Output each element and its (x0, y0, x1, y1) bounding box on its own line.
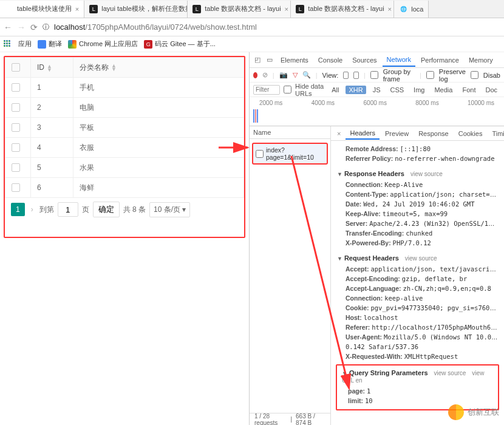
browser-tab[interactable]: 🌐loca (394, 1, 429, 18)
filter-img[interactable]: Img (410, 86, 427, 94)
close-tab-icon[interactable]: × (388, 5, 392, 13)
record-icon[interactable] (253, 72, 257, 78)
page-next-icon[interactable]: › (29, 205, 36, 214)
filter-all[interactable]: All (329, 86, 342, 94)
cell-name: 电脑 (73, 98, 244, 118)
bookmark-item[interactable]: 翻译 (38, 39, 62, 49)
disable-cache-checkbox[interactable] (471, 71, 478, 79)
request-checkbox[interactable] (256, 150, 264, 158)
apps-label[interactable]: 应用 (18, 39, 32, 49)
view-small-icon[interactable] (353, 72, 359, 79)
favicon-icon (5, 5, 13, 13)
row-checkbox[interactable] (12, 83, 20, 92)
network-timeline[interactable]: 2000 ms 4000 ms 6000 ms 8000 ms 10000 ms (250, 97, 504, 126)
tab-timing[interactable]: Timing (488, 128, 504, 139)
sort-icon[interactable]: ▲▼ (111, 64, 117, 71)
preserve-checkbox[interactable] (426, 71, 434, 79)
header-row: X-Powered-By: PHP/7.0.12 (337, 238, 498, 248)
translate-icon (38, 40, 46, 49)
view-label: View: (322, 72, 339, 79)
browser-tab[interactable]: table模块快速使用× (0, 1, 84, 18)
reload-icon[interactable]: ⟳ (30, 22, 38, 32)
row-checkbox[interactable] (12, 183, 20, 192)
camera-icon[interactable]: 📷 (279, 71, 288, 79)
close-tab-icon[interactable]: × (285, 5, 288, 13)
row-checkbox[interactable] (12, 123, 20, 132)
favicon-icon: L (89, 5, 98, 13)
tab-network[interactable]: Network (383, 53, 415, 67)
tab-response[interactable]: Response (414, 128, 453, 139)
view-large-icon[interactable] (343, 72, 349, 79)
header-row: Accept-Language: zh-CN,zh;q=0.9,en;q=0.8 (337, 284, 498, 293)
site-info-icon[interactable]: ⓘ (43, 22, 49, 32)
header-row: Accept: application/json, text/javascrip… (337, 264, 498, 274)
table-row[interactable]: 5水果 (5, 158, 244, 178)
apps-icon[interactable] (4, 40, 12, 49)
close-details-icon[interactable]: × (333, 130, 344, 137)
hide-data-checkbox[interactable] (284, 86, 291, 93)
table-row[interactable]: 1手机 (5, 78, 244, 98)
sort-icon[interactable]: ▲▼ (47, 64, 52, 72)
cell-name: 水果 (73, 158, 244, 178)
table-row[interactable]: 3平板 (5, 118, 244, 138)
row-checkbox[interactable] (12, 143, 20, 152)
bookmark-item[interactable]: Chrome 网上应用店 (68, 39, 138, 49)
tab-elements[interactable]: Elements (276, 54, 313, 66)
header-row: Cookie: pgv_pvi=9477335040; pgv_si=s7606… (337, 303, 498, 313)
tab-cookies[interactable]: Cookies (454, 128, 487, 139)
address-bar: ← → ⟳ ⓘ localhost/1705phpAMouth6/layui/0… (0, 18, 504, 36)
url-text[interactable]: localhost/1705phpAMouth6/layui/0724/web/… (54, 22, 500, 32)
cell-id: 5 (31, 158, 73, 178)
cell-name: 平板 (73, 118, 244, 138)
tab-headers[interactable]: Headers (346, 127, 380, 140)
hide-label: Hide data URLs (295, 83, 325, 97)
tab-performance[interactable]: Performance (417, 54, 463, 66)
filter-js[interactable]: JS (370, 86, 384, 94)
close-tab-icon[interactable]: × (75, 5, 79, 13)
checkbox-all[interactable] (12, 63, 20, 72)
devtools-tabs: ◰ ▭ Elements Console Sources Network Per… (250, 52, 504, 68)
response-headers-section[interactable]: ▼Response Headersview source (337, 168, 498, 180)
header-row: Date: Wed, 24 Jul 2019 10:46:02 GMT (337, 199, 498, 209)
request-row[interactable]: index?page=1&limit=10 (252, 143, 328, 165)
filter-font[interactable]: Font (459, 86, 478, 94)
tab-sources[interactable]: Sources (348, 54, 381, 66)
request-headers-section[interactable]: ▼Request Headersview source (337, 252, 498, 264)
status-bar: 1 / 28 requests|663 B / 874 B (250, 413, 330, 425)
filter-media[interactable]: Media (431, 86, 455, 94)
table-row[interactable]: 2电脑 (5, 98, 244, 118)
filter-input[interactable] (253, 85, 280, 95)
device-icon[interactable]: ▭ (264, 56, 275, 64)
table-row[interactable]: 6海鲜 (5, 178, 244, 198)
watermark-text: 创新互联 (468, 407, 499, 418)
network-toolbar: ⊘ | 📷 ▽ 🔍 | View: | Group by frame | Pre… (250, 68, 504, 83)
search-icon[interactable]: 🔍 (302, 71, 311, 79)
clear-icon[interactable]: ⊘ (262, 71, 268, 79)
row-checkbox[interactable] (12, 103, 20, 112)
favicon-icon: L (192, 5, 201, 13)
page-current[interactable]: 1 (11, 203, 25, 216)
table-row[interactable]: 4衣服 (5, 138, 244, 158)
goto-confirm-button[interactable]: 确定 (93, 202, 120, 217)
qsp-section[interactable]: ▼Query String Parametersview sourceview … (339, 367, 495, 386)
browser-tab[interactable]: Ltable 数据表格文档 - layui× (291, 1, 394, 18)
tab-memory[interactable]: Memory (465, 54, 497, 66)
filter-doc[interactable]: Doc (482, 86, 500, 94)
inspect-icon[interactable]: ◰ (252, 56, 263, 64)
tab-preview[interactable]: Preview (381, 128, 413, 139)
filter-css[interactable]: CSS (387, 86, 407, 94)
browser-tab[interactable]: Ltable 数据表格文档 - layui× (188, 1, 291, 18)
limit-select[interactable]: 10 条/页 ▾ (149, 202, 190, 217)
group-checkbox[interactable] (370, 71, 378, 79)
goto-input[interactable] (58, 202, 78, 217)
bookmark-item[interactable]: G码云 Gitee — 基于... (144, 39, 216, 49)
browser-tab[interactable]: Llayui table模块，解析任意数据× (84, 1, 188, 18)
row-checkbox[interactable] (12, 163, 20, 172)
filter-xhr[interactable]: XHR (346, 86, 366, 94)
request-details: × Headers Preview Response Cookies Timin… (331, 126, 504, 425)
favicon-icon: L (296, 5, 304, 13)
header-row: Host: localhost (337, 313, 498, 322)
back-icon[interactable]: ← (4, 22, 12, 32)
filter-icon[interactable]: ▽ (293, 71, 298, 79)
tab-console[interactable]: Console (314, 54, 347, 66)
